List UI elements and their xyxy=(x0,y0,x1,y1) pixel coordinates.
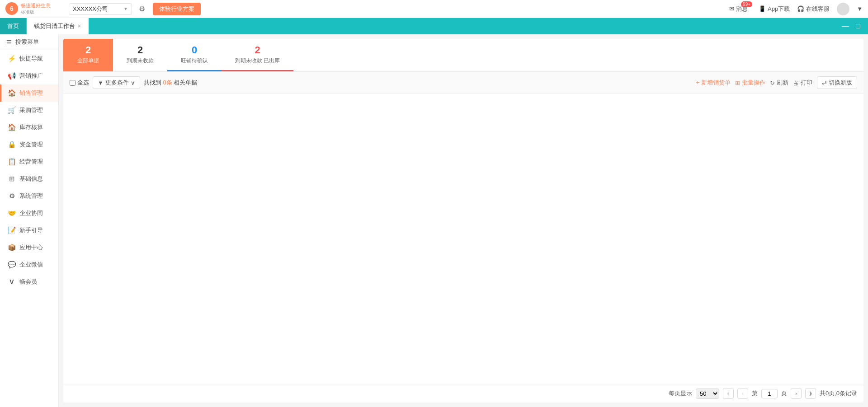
sidebar-item-label: 系统管理 xyxy=(19,192,43,200)
select-all-label: 全选 xyxy=(77,79,89,87)
wechat-icon: 💬 xyxy=(8,261,16,269)
more-filter-label: 更多条件 xyxy=(105,79,129,87)
sidebar-item-label: 企业协同 xyxy=(19,209,43,217)
sidebar-item-sales[interactable]: 🏠 销售管理 xyxy=(0,84,58,102)
sidebar-item-operation[interactable]: 📋 经营管理 xyxy=(0,153,58,170)
sidebar-item-system[interactable]: ⚙ 系统管理 xyxy=(0,187,58,205)
switch-new-version-button[interactable]: ⇄ 切换新版 xyxy=(817,76,857,89)
total-info: 共0页,0条记录 xyxy=(820,389,857,398)
sales-icon: 🏠 xyxy=(8,89,16,97)
sidebar-item-quick-nav[interactable]: ⚡ 快捷导航 xyxy=(0,50,58,67)
sidebar-item-label: 销售管理 xyxy=(19,89,43,97)
operation-icon: 📋 xyxy=(8,158,16,166)
purchase-icon: 🛒 xyxy=(8,106,16,114)
last-page-button[interactable]: ⟫ xyxy=(805,388,816,399)
member-icon: V xyxy=(8,278,16,285)
sidebar-item-label: 基础信息 xyxy=(19,175,43,183)
stat-count-overdue: 2 xyxy=(137,44,143,56)
sidebar-item-label: 畅会员 xyxy=(19,278,37,286)
prev-page-button[interactable]: ‹ xyxy=(737,388,748,399)
message-icon: ✉ xyxy=(729,5,734,12)
enterprise-icon: 🤝 xyxy=(8,209,16,217)
print-icon: 🖨 xyxy=(793,80,799,86)
current-page-input[interactable]: 1 xyxy=(761,389,778,398)
sidebar-item-basic[interactable]: ⊞ 基础信息 xyxy=(0,170,58,187)
toolbar-left: 全选 ▼ 更多条件 ∨ 共找到 0条 相关单据 xyxy=(70,76,693,89)
tab-close-icon[interactable]: × xyxy=(78,23,81,29)
company-selector[interactable]: XXXXXX公司 ▼ xyxy=(69,3,132,15)
main-content: 2 全部单据 2 到期未收款 0 旺铺待确认 2 到期未收款 已出库 xyxy=(59,34,868,407)
switch-label: 切换新版 xyxy=(829,79,852,87)
message-badge: 99+ xyxy=(741,1,752,7)
trial-button[interactable]: 体验行业方案 xyxy=(153,3,201,15)
sidebar-item-label: 应用中心 xyxy=(19,243,43,252)
company-name: XXXXXX公司 xyxy=(73,5,121,13)
search-menu-button[interactable]: ☰ 搜索菜单 xyxy=(0,34,58,50)
nav-tabs: 首页 钱货日清工作台 × — □ xyxy=(0,18,868,34)
stat-count-all: 2 xyxy=(85,44,91,56)
tab-qianhuoqingong[interactable]: 钱货日清工作台 × xyxy=(27,18,89,34)
print-label: 打印 xyxy=(801,79,812,87)
gear-icon: ⚙ xyxy=(139,5,145,13)
new-sales-order-button[interactable]: + 新增销货单 xyxy=(696,79,731,87)
stat-label-all: 全部单据 xyxy=(77,57,99,65)
found-count: 0条 xyxy=(163,79,172,86)
sidebar-item-newbie[interactable]: 📝 新手引导 xyxy=(0,222,58,239)
sidebar-item-inventory[interactable]: 🏠 库存核算 xyxy=(0,119,58,136)
window-minimize-button[interactable]: — xyxy=(839,20,852,33)
message-button[interactable]: ✉ 消息 99+ xyxy=(729,5,748,13)
sidebar-item-label: 资金管理 xyxy=(19,140,43,149)
sidebar-item-marketing[interactable]: 📢 营销推广 xyxy=(0,67,58,84)
refresh-icon: ↻ xyxy=(770,80,775,86)
logo-icon: 6 xyxy=(5,2,18,15)
header-right: ✉ 消息 99+ 📱 App下载 🎧 在线客服 ▼ xyxy=(729,3,863,15)
toolbar-right: + 新增销货单 ⊞ 批量操作 ↻ 刷新 🖨 打印 ⇄ xyxy=(696,76,857,89)
basic-icon: ⊞ xyxy=(8,175,16,183)
logo-sub: 标准版 xyxy=(21,9,51,15)
stats-tabs: 2 全部单据 2 到期未收款 0 旺铺待确认 2 到期未收款 已出库 xyxy=(63,39,863,72)
stat-tab-overdue[interactable]: 2 到期未收款 xyxy=(113,39,167,71)
sidebar-item-wechat[interactable]: 💬 企业微信 xyxy=(0,256,58,273)
stat-label-overdue-out: 到期未收款 已出库 xyxy=(235,57,280,65)
print-button[interactable]: 🖨 打印 xyxy=(793,79,812,87)
online-service-button[interactable]: 🎧 在线客服 xyxy=(797,5,830,13)
newbie-icon: 📝 xyxy=(8,226,16,234)
phone-icon: 📱 xyxy=(759,5,766,12)
stat-tab-all[interactable]: 2 全部单据 xyxy=(63,39,113,71)
active-tab-label: 钱货日清工作台 xyxy=(34,22,75,30)
batch-label: 批量操作 xyxy=(742,79,765,87)
window-maximize-button[interactable]: □ xyxy=(852,20,864,33)
sidebar-item-enterprise[interactable]: 🤝 企业协同 xyxy=(0,205,58,222)
stat-tab-overdue-out[interactable]: 2 到期未收款 已出库 xyxy=(222,39,293,71)
user-avatar[interactable] xyxy=(837,3,849,15)
refresh-label: 刷新 xyxy=(777,79,788,87)
username-label[interactable]: ▼ xyxy=(857,5,863,12)
home-tab-label: 首页 xyxy=(7,22,19,30)
sidebar-item-purchase[interactable]: 🛒 采购管理 xyxy=(0,102,58,119)
stat-tab-pending[interactable]: 0 旺铺待确认 xyxy=(167,39,222,71)
app-download-button[interactable]: 📱 App下载 xyxy=(759,5,790,13)
top-header: 6 畅捷通好生意 标准版 XXXXXX公司 ▼ ⚙ 体验行业方案 ✉ 消息 99… xyxy=(0,0,868,18)
more-filter-button[interactable]: ▼ 更多条件 ∨ xyxy=(93,76,140,89)
refresh-button[interactable]: ↻ 刷新 xyxy=(770,79,788,87)
inventory-icon: 🏠 xyxy=(8,123,16,131)
toolbar: 全选 ▼ 更多条件 ∨ 共找到 0条 相关单据 + 新增销货单 xyxy=(63,72,863,94)
sidebar-item-capital[interactable]: 🔒 资金管理 xyxy=(0,136,58,153)
switch-icon: ⇄ xyxy=(822,80,827,86)
next-page-button[interactable]: › xyxy=(791,388,802,399)
stat-count-pending: 0 xyxy=(192,44,197,56)
tab-home[interactable]: 首页 xyxy=(0,18,27,34)
first-page-button[interactable]: ⟪ xyxy=(723,388,734,399)
app-logo: 6 畅捷通好生意 标准版 xyxy=(5,2,64,15)
sidebar-item-member[interactable]: V 畅会员 xyxy=(0,273,58,290)
main-layout: ☰ 搜索菜单 ⚡ 快捷导航 📢 营销推广 🏠 销售管理 🛒 采购管理 🏠 库存核… xyxy=(0,34,868,407)
batch-operation-button[interactable]: ⊞ 批量操作 xyxy=(735,79,765,87)
search-menu-label: 搜索菜单 xyxy=(15,38,39,46)
settings-button[interactable]: ⚙ xyxy=(136,3,148,15)
table-area xyxy=(63,94,863,384)
select-all-checkbox-label[interactable]: 全选 xyxy=(70,79,89,87)
app-download-label: App下载 xyxy=(768,5,790,13)
page-size-select[interactable]: 10 20 50 100 200 xyxy=(696,388,719,399)
sidebar-item-app-center[interactable]: 📦 应用中心 xyxy=(0,239,58,256)
select-all-checkbox[interactable] xyxy=(70,80,75,86)
